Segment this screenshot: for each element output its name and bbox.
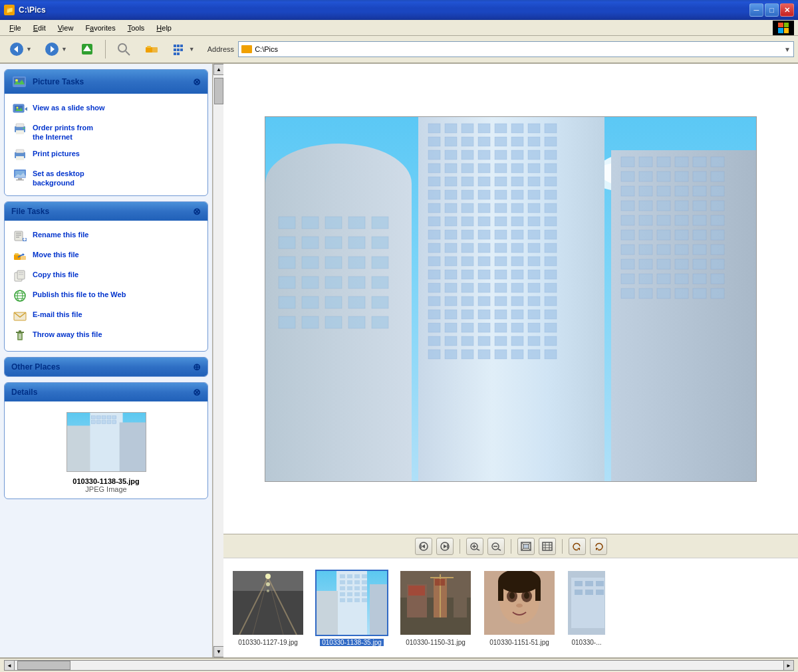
svg-rect-141 bbox=[528, 150, 540, 160]
scroll-thumb[interactable] bbox=[214, 78, 223, 104]
scroll-down-arrow[interactable]: ▼ bbox=[213, 646, 224, 657]
svg-rect-129 bbox=[462, 137, 473, 146]
up-button[interactable] bbox=[74, 38, 100, 60]
h-scroll-track[interactable] bbox=[15, 660, 783, 671]
views-button[interactable]: ▼ bbox=[167, 38, 200, 60]
left-panel: Picture Tasks ⊗ View as a s bbox=[0, 64, 213, 657]
back-dropdown-arrow[interactable]: ▼ bbox=[26, 46, 32, 53]
scroll-left-button[interactable]: ◄ bbox=[4, 660, 15, 671]
svg-rect-192 bbox=[445, 243, 457, 253]
svg-rect-110 bbox=[325, 296, 342, 308]
next-image-button[interactable] bbox=[436, 538, 454, 555]
thumbnail-5[interactable]: 010330-... bbox=[567, 570, 606, 646]
file-tasks-header[interactable]: File Tasks ⊗ bbox=[5, 202, 207, 221]
set-desktop-link[interactable]: Set as desktopbackground bbox=[13, 165, 200, 191]
svg-rect-276 bbox=[621, 186, 634, 196]
search-button[interactable] bbox=[111, 38, 136, 60]
svg-rect-134 bbox=[545, 137, 557, 146]
svg-rect-114 bbox=[302, 316, 319, 328]
svg-point-356 bbox=[265, 574, 271, 579]
svg-rect-199 bbox=[428, 257, 440, 266]
thumbnail-3[interactable]: 010330-1150-31.jpg bbox=[399, 570, 472, 646]
svg-rect-409 bbox=[596, 590, 604, 595]
svg-rect-113 bbox=[279, 316, 295, 328]
address-input[interactable]: C:\Pics ▼ bbox=[238, 41, 794, 57]
svg-rect-161 bbox=[462, 190, 473, 199]
svg-point-31 bbox=[23, 128, 25, 129]
prev-image-button[interactable] bbox=[415, 538, 432, 555]
picture-tasks-title: Picture Tasks bbox=[33, 77, 84, 86]
menu-file[interactable]: File bbox=[4, 23, 27, 33]
close-button[interactable]: ✕ bbox=[780, 3, 794, 17]
print-pictures-link[interactable]: Print pictures bbox=[13, 145, 200, 165]
address-dropdown-button[interactable]: ▼ bbox=[784, 46, 791, 53]
other-places-collapse[interactable]: ⊕ bbox=[193, 362, 201, 372]
file-tasks-collapse[interactable]: ⊗ bbox=[193, 206, 201, 217]
svg-rect-228 bbox=[511, 296, 523, 306]
svg-rect-184 bbox=[445, 230, 457, 239]
left-panel-scrollbar[interactable]: ▲ ▼ bbox=[213, 64, 223, 657]
forward-dropdown-arrow[interactable]: ▼ bbox=[61, 46, 67, 53]
zoom-in-button[interactable] bbox=[466, 538, 483, 555]
title-bar: 📁 C:\Pics ─ □ ✕ bbox=[0, 0, 798, 20]
thumb-img-1 bbox=[231, 570, 305, 636]
svg-rect-362 bbox=[317, 591, 338, 635]
svg-rect-131 bbox=[495, 137, 507, 146]
svg-rect-105 bbox=[325, 277, 342, 288]
other-places-header[interactable]: Other Places ⊕ bbox=[5, 358, 207, 376]
zoom-out-button[interactable] bbox=[487, 538, 505, 555]
fit-window-button[interactable] bbox=[517, 538, 535, 555]
details-collapse[interactable]: ⊗ bbox=[193, 387, 201, 397]
thumbnail-4[interactable]: 010330-1151-51.jpg bbox=[483, 570, 556, 646]
copy-link[interactable]: Copy this file bbox=[13, 266, 200, 286]
details-filename: 010330-1138-35.jpg bbox=[13, 477, 200, 485]
details-header-left: Details bbox=[11, 388, 37, 397]
scroll-right-button[interactable]: ► bbox=[783, 660, 794, 671]
folders-button[interactable] bbox=[139, 38, 164, 60]
rotate-ccw-button[interactable] bbox=[569, 538, 586, 555]
svg-rect-195 bbox=[495, 243, 507, 253]
svg-rect-298 bbox=[693, 230, 706, 240]
thumbnail-1[interactable]: 010330-1127-19.jpg bbox=[231, 570, 305, 646]
actual-size-button[interactable] bbox=[539, 538, 556, 555]
thumbnail-2[interactable]: 010330-1138-35.jpg bbox=[315, 570, 388, 646]
picture-tasks-header[interactable]: Picture Tasks ⊗ bbox=[5, 70, 207, 94]
back-button[interactable]: ▼ bbox=[4, 38, 37, 60]
scroll-up-arrow[interactable]: ▲ bbox=[213, 64, 224, 75]
back-icon bbox=[9, 41, 25, 57]
rename-link[interactable]: Rename this file bbox=[13, 226, 200, 246]
order-prints-link[interactable]: Order prints fromthe Internet bbox=[13, 119, 200, 145]
publish-link[interactable]: Publish this file to the Web bbox=[13, 286, 200, 306]
svg-rect-159 bbox=[428, 190, 440, 199]
email-link[interactable]: E-mail this file bbox=[13, 306, 200, 326]
svg-rect-181 bbox=[528, 217, 540, 226]
picture-tasks-collapse[interactable]: ⊗ bbox=[193, 76, 201, 87]
h-scroll-thumb[interactable] bbox=[17, 661, 70, 670]
svg-rect-177 bbox=[462, 217, 473, 226]
menu-help[interactable]: Help bbox=[151, 23, 177, 33]
svg-rect-223 bbox=[428, 296, 440, 306]
svg-rect-16 bbox=[180, 49, 183, 51]
minimize-button[interactable]: ─ bbox=[749, 3, 763, 17]
svg-rect-155 bbox=[495, 177, 507, 186]
details-header[interactable]: Details ⊗ bbox=[5, 383, 207, 401]
menu-tools[interactable]: Tools bbox=[122, 23, 150, 33]
rotate-cw-button[interactable] bbox=[590, 538, 607, 555]
thumb-label-2: 010330-1138-35.jpg bbox=[320, 639, 384, 646]
scroll-track[interactable] bbox=[213, 75, 223, 646]
svg-rect-90 bbox=[325, 217, 342, 229]
views-dropdown-arrow[interactable]: ▼ bbox=[189, 46, 195, 53]
horizontal-scrollbar[interactable]: ◄ ► bbox=[4, 660, 794, 671]
menu-view[interactable]: View bbox=[53, 23, 79, 33]
svg-rect-305 bbox=[711, 245, 724, 255]
slideshow-link[interactable]: View as a slide show bbox=[13, 99, 200, 119]
move-link[interactable]: Move this file bbox=[13, 246, 200, 266]
picture-tasks-panel: Picture Tasks ⊗ View as a s bbox=[4, 69, 208, 196]
main-container: Picture Tasks ⊗ View as a s bbox=[0, 64, 798, 657]
maximize-button[interactable]: □ bbox=[765, 3, 779, 17]
thumb-label-3: 010330-1150-31.jpg bbox=[406, 639, 466, 646]
menu-favorites[interactable]: Favorites bbox=[80, 23, 120, 33]
menu-edit[interactable]: Edit bbox=[28, 23, 51, 33]
forward-button[interactable]: ▼ bbox=[39, 38, 72, 60]
trash-link[interactable]: Throw away this file bbox=[13, 326, 200, 346]
